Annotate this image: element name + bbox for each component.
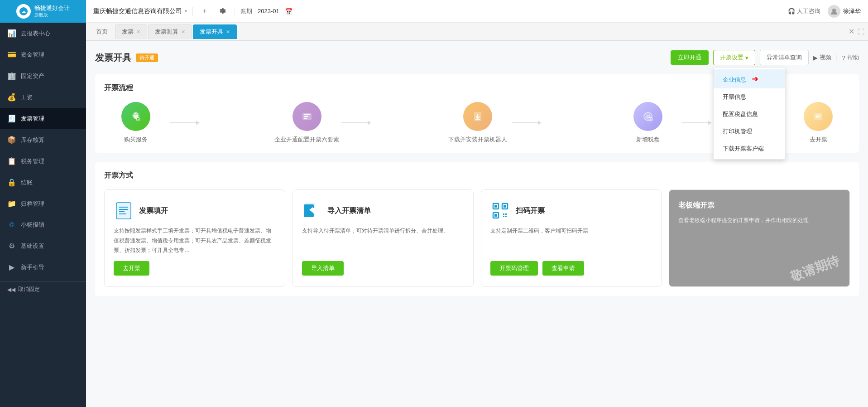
app-subtitle: 旗舰版 (34, 12, 70, 18)
sidebar-item-invoice[interactable]: 🧾 发票管理 (0, 108, 86, 129)
flow-step-taxdisk: 税+ 新增税盘 (616, 102, 680, 144)
app-name: 畅捷通好会计 (34, 5, 70, 12)
play-icon: ▶ (813, 54, 818, 61)
svg-rect-39 (505, 216, 507, 217)
tab-home[interactable]: 首页 (90, 24, 114, 39)
tab-invoice-test-label: 发票测算 (155, 28, 178, 36)
svg-text:☁: ☁ (21, 9, 26, 14)
connector-1 (168, 122, 274, 123)
page-content: 发票开具 待开通 立即开通 开票设置 ▾ (86, 41, 868, 407)
content-area: 首页 发票 ✕ 发票测算 ✕ 发票开具 ✕ ✕ ⛶ (86, 23, 868, 407)
tab-invoice-label: 发票 (122, 28, 134, 36)
connector-3 (509, 122, 616, 123)
main-area: 📊 云报表中心 💳 资金管理 🏢 固定资产 💰 工资 🧾 发票管理 📦 (0, 23, 868, 407)
top-right: 🎧 人工咨询 徐泽华 (788, 5, 861, 18)
svg-rect-35 (494, 214, 497, 217)
sidebar-item-cloud-report[interactable]: 📊 云报表中心 (0, 23, 86, 44)
calendar-icon[interactable]: 📅 (285, 8, 293, 15)
qr-manage-button[interactable]: 开票码管理 (490, 261, 538, 276)
sidebar-item-checkout[interactable]: 🔒 结账 (0, 172, 86, 193)
help-button[interactable]: ? 帮助 (842, 53, 859, 62)
fill-invoice-button[interactable]: 去开票 (114, 261, 149, 276)
method-boss-header: 老板端开票 (678, 201, 840, 210)
salary-icon: 💰 (7, 93, 16, 102)
step-config-label: 企业开通配置开票六要素 (274, 136, 339, 144)
boss-invoice-desc: 查看老板端小程序提交的开票申请，并作出相应的处理 (678, 216, 840, 226)
expense-icon: © (7, 221, 16, 228)
svg-rect-38 (503, 216, 504, 217)
sidebar-label-settings: 基础设置 (21, 242, 44, 250)
svg-rect-22 (116, 203, 131, 219)
sidebar-item-tax[interactable]: 📋 税务管理 (0, 150, 86, 172)
cancel-pin-button[interactable]: ◀◀ 取消固定 (0, 281, 86, 297)
sidebar-item-salary[interactable]: 💰 工资 (0, 87, 86, 108)
tab-invoice-open-close[interactable]: ✕ (226, 29, 230, 35)
sidebar-label-fixed-assets: 固定资产 (21, 72, 44, 80)
dropdown-item-invoice-info[interactable]: 开票信息 (714, 88, 785, 106)
tab-bar: 首页 发票 ✕ 发票测算 ✕ 发票开具 ✕ ✕ ⛶ (86, 23, 868, 41)
add-company-button[interactable]: ＋ (198, 5, 211, 18)
pin-icon: ◀◀ (7, 286, 15, 293)
maximize-button[interactable]: ⛶ (858, 28, 864, 35)
methods-section-title: 开票方式 (104, 171, 850, 180)
boss-invoice-name: 老板端开票 (678, 201, 715, 210)
coming-soon-watermark: 敬请期待 (788, 252, 842, 286)
sidebar-label-tax: 税务管理 (21, 157, 44, 165)
fund-icon: 💳 (7, 50, 16, 59)
invoice-settings-button[interactable]: 开票设置 ▾ (713, 50, 755, 65)
consult-button[interactable]: 🎧 人工咨询 (788, 7, 820, 15)
anomaly-button[interactable]: 异常清单查询 (760, 50, 809, 65)
sidebar-item-guide[interactable]: ▶ 新手引导 (0, 257, 86, 278)
company-selector[interactable]: 重庆畅捷交通信息咨询有限公司 ▾ (93, 7, 187, 15)
sidebar-label-expense: 小畅报销 (21, 221, 44, 229)
period-value: 2023-01 (258, 8, 279, 15)
dropdown-item-company-info[interactable]: 企业信息 ➜ (714, 69, 785, 88)
connector-2 (339, 122, 446, 123)
activate-button[interactable]: 立即开通 (671, 50, 709, 65)
flow-step-open: 去开票 (786, 102, 850, 144)
sidebar-item-fund[interactable]: 💳 资金管理 (0, 44, 86, 65)
tax-icon: 📋 (7, 157, 16, 165)
sidebar-item-fixed-assets[interactable]: 🏢 固定资产 (0, 65, 86, 87)
tab-invoice-test[interactable]: 发票测算 ✕ (148, 24, 192, 39)
sidebar-item-settings[interactable]: ⚙ 基础设置 (0, 235, 86, 257)
tab-invoice[interactable]: 发票 ✕ (115, 24, 147, 39)
company-name: 重庆畅捷交通信息咨询有限公司 (93, 7, 182, 15)
header-actions: 立即开通 开票设置 ▾ 企业信息 ➜ (671, 50, 859, 65)
printer-label: 打印机管理 (723, 128, 752, 135)
user-area[interactable]: 徐泽华 (828, 5, 861, 18)
svg-rect-33 (494, 205, 497, 208)
sidebar-label-salary: 工资 (21, 93, 33, 102)
sidebar-item-archive[interactable]: 📁 归档管理 (0, 193, 86, 214)
page-title: 发票开具 (95, 52, 131, 64)
inventory-icon: 📦 (7, 136, 16, 144)
dropdown-item-tax-disk[interactable]: 配置税盘信息 (714, 106, 785, 123)
import-invoice-icon (302, 201, 322, 221)
help-icon: ? (842, 54, 845, 61)
sidebar-item-expense[interactable]: © 小畅报销 (0, 214, 86, 235)
settings-button[interactable] (216, 5, 229, 18)
video-button[interactable]: ▶ 视频 (813, 53, 831, 62)
close-window-button[interactable]: ✕ (849, 27, 854, 36)
dropdown-item-printer[interactable]: 打印机管理 (714, 123, 785, 140)
tab-invoice-test-close[interactable]: ✕ (181, 29, 185, 35)
logo-area: ☁ 畅捷通好会计 旗舰版 (0, 0, 86, 23)
status-badge: 待开通 (136, 53, 158, 62)
method-import-header: 导入开票清单 (302, 201, 464, 221)
invoice-icon: 🧾 (7, 114, 16, 123)
view-apply-button[interactable]: 查看申请 (542, 261, 584, 276)
archive-icon: 📁 (7, 199, 16, 208)
sidebar-item-inventory[interactable]: 📦 库存核算 (0, 129, 86, 150)
settings-chevron-icon: ▾ (745, 54, 748, 61)
tab-invoice-close[interactable]: ✕ (136, 29, 140, 35)
dropdown-item-download-client[interactable]: 下载开票客户端 (714, 140, 785, 157)
cloud-report-icon: 📊 (7, 29, 16, 38)
import-invoice-button[interactable]: 导入清单 (302, 261, 344, 276)
step-buy-icon: + (121, 102, 150, 131)
fill-invoice-desc: 支持按照发票样式手工填开发票；可开具增值税电子普通发票、增值税普通发票、增值税专… (114, 226, 276, 256)
tab-invoice-open[interactable]: 发票开具 ✕ (193, 24, 237, 39)
step-config-icon (293, 102, 321, 131)
step-buy-label: 购买服务 (124, 136, 148, 144)
sidebar-label-fund: 资金管理 (21, 51, 44, 59)
svg-rect-29 (313, 208, 317, 213)
